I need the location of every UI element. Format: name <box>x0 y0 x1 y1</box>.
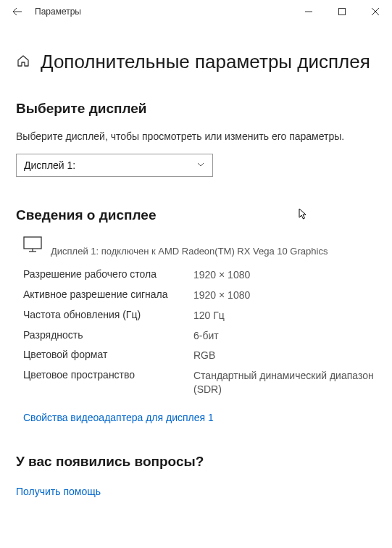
home-icon[interactable] <box>16 54 30 70</box>
content-area: Дополнительные параметры дисплея Выберит… <box>0 23 392 497</box>
close-icon <box>372 8 379 15</box>
spec-row: Разрядность 6-бит <box>23 329 376 343</box>
spec-value: 1920 × 1080 <box>193 288 376 302</box>
close-button[interactable] <box>359 0 392 23</box>
specs-table: Разрешение рабочего стола 1920 × 1080 Ак… <box>16 268 376 397</box>
page-header: Дополнительные параметры дисплея <box>16 51 376 73</box>
back-button[interactable] <box>6 0 29 23</box>
window-title: Параметры <box>29 7 292 17</box>
select-display-heading: Выберите дисплей <box>16 101 376 117</box>
help-heading: У вас появились вопросы? <box>16 454 376 470</box>
spec-value: 120 Гц <box>193 309 376 323</box>
page-title: Дополнительные параметры дисплея <box>41 51 370 73</box>
spec-row: Цветовой формат RGB <box>23 349 376 362</box>
spec-row: Активное разрешение сигнала 1920 × 1080 <box>23 288 376 302</box>
titlebar: Параметры <box>0 0 392 23</box>
spec-label: Цветовой формат <box>23 349 193 362</box>
maximize-button[interactable] <box>325 0 359 23</box>
spec-label: Разрядность <box>23 329 193 343</box>
adapter-properties-link[interactable]: Свойства видеоадаптера для дисплея 1 <box>23 412 214 423</box>
maximize-icon <box>338 8 346 15</box>
dropdown-selected-value: Дисплей 1: <box>24 159 196 171</box>
minimize-button[interactable] <box>292 0 325 23</box>
spec-row: Цветовое пространство Стандартный динами… <box>23 369 376 397</box>
spec-label: Цветовое пространство <box>23 369 193 397</box>
display-select-dropdown[interactable]: Дисплей 1: <box>16 154 213 177</box>
spec-label: Разрешение рабочего стола <box>23 268 193 282</box>
arrow-left-icon <box>12 7 22 17</box>
window-controls <box>292 0 392 23</box>
spec-row: Разрешение рабочего стола 1920 × 1080 <box>23 268 376 282</box>
spec-value: Стандартный динамический диапазон (SDR) <box>193 369 376 397</box>
select-display-description: Выберите дисплей, чтобы просмотреть или … <box>16 130 376 144</box>
minimize-icon <box>305 8 312 15</box>
spec-label: Частота обновления (Гц) <box>23 309 193 323</box>
get-help-link[interactable]: Получить помощь <box>16 486 101 497</box>
spec-value: RGB <box>193 349 376 362</box>
spec-label: Активное разрешение сигнала <box>23 288 193 302</box>
display-connection-text: Дисплей 1: подключен к AMD Radeon(TM) RX… <box>51 246 376 257</box>
svg-rect-1 <box>339 9 346 15</box>
spec-row: Частота обновления (Гц) 120 Гц <box>23 309 376 323</box>
display-info-heading: Сведения о дисплее <box>16 207 376 223</box>
spec-value: 6-бит <box>193 329 376 343</box>
svg-rect-4 <box>24 237 41 249</box>
spec-value: 1920 × 1080 <box>193 268 376 282</box>
chevron-down-icon <box>196 159 205 171</box>
